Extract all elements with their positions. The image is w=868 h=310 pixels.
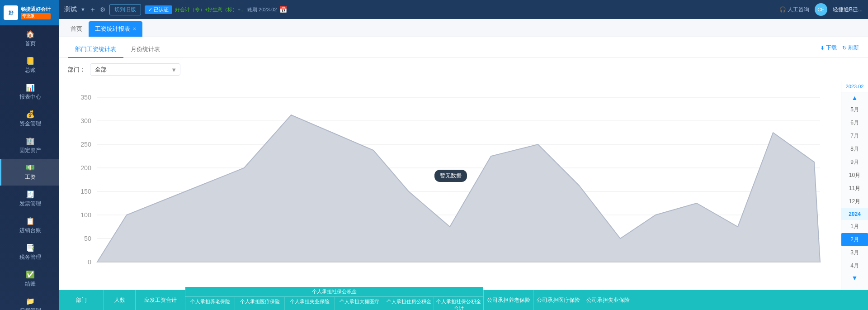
date-month-mar[interactable]: 3月 <box>841 246 868 259</box>
calendar-icon[interactable]: 📅 <box>279 6 287 13</box>
sidebar-item-assets[interactable]: 🏢 固定资产 <box>0 132 59 159</box>
svg-text:100: 100 <box>80 211 91 219</box>
download-button[interactable]: ⬇ 下载 <box>820 44 837 52</box>
date-month-apr[interactable]: 4月 <box>841 259 868 272</box>
salary-icon: 💵 <box>26 163 35 172</box>
period-badge: 账期 2023-02 <box>247 6 277 13</box>
date-next-nav[interactable]: ▼ <box>850 272 860 283</box>
tabs-bar: 首页 工资统计报表 × <box>59 19 868 37</box>
date-prev-nav[interactable]: ▲ <box>850 92 860 103</box>
tab-salary-report-label: 工资统计报表 <box>95 25 130 33</box>
sidebar-label-archive: 归档管理 <box>19 307 41 310</box>
sidebar-label-funds: 资金管理 <box>19 120 41 128</box>
date-year-2024[interactable]: 2024 <box>841 208 868 220</box>
sidebar-item-invoice[interactable]: 🧾 发票管理 <box>0 186 59 212</box>
home-icon: 🏠 <box>26 30 35 38</box>
date-month-6[interactable]: 6月 <box>841 116 868 129</box>
app-badge: 专业版 <box>21 13 51 19</box>
date-month-8[interactable]: 8月 <box>841 143 868 156</box>
sub-tab-month[interactable]: 月份统计表 <box>123 42 167 58</box>
sidebar-label-reports: 报表中心 <box>19 93 41 101</box>
tax-icon: 📑 <box>26 243 35 252</box>
sidebar-item-trade[interactable]: 📋 进销台账 <box>0 212 59 239</box>
sidebar-label-settlement: 结账 <box>25 280 36 288</box>
sidebar-label-salary: 工资 <box>25 173 36 181</box>
sub-tab-month-label: 月份统计表 <box>131 46 160 52</box>
date-month-feb[interactable]: 2月 <box>841 233 868 246</box>
col-dept-label: 部门 <box>76 296 87 304</box>
trade-icon: 📋 <box>26 217 35 225</box>
sidebar-item-settlement[interactable]: ✅ 结账 <box>0 266 59 292</box>
svg-text:250: 250 <box>80 141 91 148</box>
filter-row: 部门： 全部 部门1 部门2 ▼ <box>59 58 868 81</box>
main-content: 部门工资统计表 月份统计表 ⬇ 下载 ↻ 刷新 <box>59 37 868 310</box>
col-personal-pension: 个人承担养老保险 <box>185 297 235 310</box>
chart-area: 350 300 250 200 150 100 50 0 <box>59 81 868 290</box>
refresh-button[interactable]: ↻ 刷新 <box>842 44 859 52</box>
logo-icon: 好 <box>4 5 18 20</box>
topbar-badges: ✓ 已认证 好会计（专）+好生意（标）+... 账期 2023-02 📅 <box>145 5 776 14</box>
col-personal-housing: 个人承担住房公积金 <box>384 297 434 310</box>
sidebar-item-reports[interactable]: 📊 报表中心 <box>0 79 59 105</box>
date-month-jan[interactable]: 1月 <box>841 220 868 233</box>
sidebar-item-tax[interactable]: 📑 税务管理 <box>0 239 59 266</box>
tab-salary-report[interactable]: 工资统计报表 × <box>89 21 142 37</box>
gear-icon[interactable]: ⚙ <box>100 6 106 13</box>
col-personal-total: 个人承担社保公积金合计 <box>434 297 483 310</box>
col-total-salary: 应发工资合计 <box>136 290 185 310</box>
table-header-bar: 部门 人数 应发工资合计 个人承担社保公积金 个人承担养老保险 个人承担医疗 <box>59 290 868 310</box>
svg-text:50: 50 <box>84 235 91 242</box>
date-month-9[interactable]: 9月 <box>841 156 868 169</box>
topbar-header: 测试 ▼ ＋ ⚙ 切到旧版 ✓ 已认证 好会计（专）+好生意（标）+... 账期… <box>59 0 868 19</box>
col-total-salary-label: 应发工资合计 <box>144 296 177 304</box>
date-panel: 2023.02 ▲ 5月 6月 7月 8月 9月 10月 11月 12月 202… <box>841 81 868 290</box>
col-group-personal-insurance: 个人承担社保公积金 个人承担养老保险 个人承担医疗保险 个人承担失业保险 个人承… <box>185 287 484 310</box>
topbar-title: 测试 <box>64 5 77 14</box>
col-company-unemployment-label: 公司承担失业保险 <box>586 296 630 304</box>
dropdown-arrow-icon[interactable]: ▼ <box>80 7 85 12</box>
col-company-pension-label: 公司承担养老保险 <box>487 296 530 304</box>
sub-tab-dept[interactable]: 部门工资统计表 <box>68 42 123 58</box>
main-area: 测试 ▼ ＋ ⚙ 切到旧版 ✓ 已认证 好会计（专）+好生意（标）+... 账期… <box>59 0 868 310</box>
account-type-badge: 好会计（专）+好生意（标）+... <box>175 6 245 13</box>
col-company-medical: 公司承担医疗保险 <box>533 290 583 310</box>
sidebar-item-ledger[interactable]: 📒 总账 <box>0 52 59 79</box>
svg-text:300: 300 <box>80 117 91 124</box>
funds-icon: 💰 <box>26 110 35 119</box>
date-month-7[interactable]: 7月 <box>841 129 868 143</box>
headset-icon: 🎧 <box>779 6 786 13</box>
date-panel-current: 2023.02 <box>841 81 868 92</box>
chart-svg-wrap: 350 300 250 200 150 100 50 0 <box>68 86 832 286</box>
ledger-icon: 📒 <box>26 57 35 65</box>
help-label: 人工咨询 <box>788 6 809 14</box>
sidebar-item-salary[interactable]: 💵 工资 <box>0 159 59 186</box>
col-company-medical-label: 公司承担医疗保险 <box>537 296 580 304</box>
certified-badge: ✓ 已认证 <box>145 5 172 14</box>
tab-home[interactable]: 首页 <box>64 21 89 37</box>
sidebar-item-home[interactable]: 🏠 首页 <box>0 25 59 52</box>
chart-svg: 350 300 250 200 150 100 50 0 <box>68 86 832 286</box>
date-month-12[interactable]: 12月 <box>841 195 868 208</box>
switch-version-button[interactable]: 切到旧版 <box>109 4 141 15</box>
date-month-11[interactable]: 11月 <box>841 182 868 195</box>
topbar-right: 🎧 人工咨询 CE 轻捷通B迁... <box>779 3 863 16</box>
sidebar-item-funds[interactable]: 💰 资金管理 <box>0 105 59 132</box>
help-button[interactable]: 🎧 人工咨询 <box>779 6 809 14</box>
tab-home-label: 首页 <box>71 25 82 33</box>
svg-text:200: 200 <box>80 164 91 172</box>
sidebar-label-assets: 固定资产 <box>19 147 41 154</box>
col-personal-unemployment: 个人承担失业保险 <box>285 297 335 310</box>
sidebar-label-trade: 进销台账 <box>19 227 41 234</box>
add-button[interactable]: ＋ <box>89 5 96 14</box>
svg-text:350: 350 <box>80 94 91 101</box>
dept-filter-select[interactable]: 全部 部门1 部门2 <box>90 63 180 76</box>
date-month-5[interactable]: 5月 <box>841 103 868 116</box>
sidebar-item-archive[interactable]: 📁 归档管理 <box>0 292 59 310</box>
dept-filter-label: 部门： <box>68 66 85 74</box>
date-month-10[interactable]: 10月 <box>841 169 868 182</box>
col-company-unemployment: 公司承担失业保险 <box>583 290 633 310</box>
close-tab-icon[interactable]: × <box>133 26 136 32</box>
svg-text:0: 0 <box>88 258 91 266</box>
app-name: 畅捷通好会计 <box>21 6 51 12</box>
col-company-pension: 公司承担养老保险 <box>484 290 533 310</box>
